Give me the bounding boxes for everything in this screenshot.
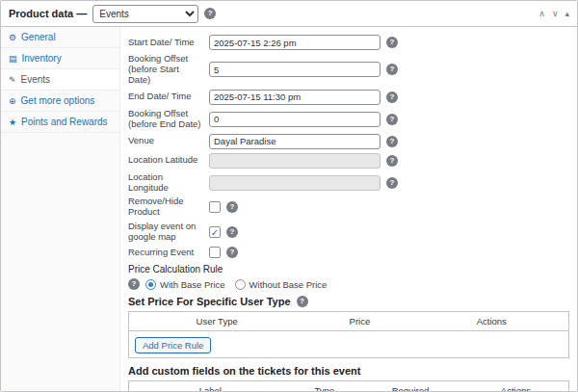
help-icon[interactable]: ? <box>226 201 238 213</box>
display-on-google-map-checkbox[interactable] <box>209 226 221 238</box>
field-label: Remove/Hide Product <box>128 196 209 218</box>
start-datetime-input[interactable] <box>209 35 381 50</box>
help-icon[interactable]: ? <box>226 226 238 238</box>
help-icon[interactable]: ? <box>386 91 398 103</box>
product-data-metabox: Product data — Events ? ∧ ∨ ▴ ⚙ General … <box>0 0 578 392</box>
star-icon: ★ <box>9 118 16 127</box>
sidebar-item-label: Inventory <box>22 53 62 64</box>
plus-icon: ⊕ <box>9 96 16 106</box>
checkbox-row: Display event on google map ? <box>128 222 569 243</box>
help-icon[interactable]: ? <box>386 155 398 167</box>
sidebar-item-label: General <box>21 32 56 42</box>
custom-fields-section-title: Add custom fields on the tickets for thi… <box>128 365 569 377</box>
table-header-row: User Type Price Actions <box>129 312 569 331</box>
field-label: End Date/ Time <box>128 91 209 102</box>
latitude-input <box>209 153 381 169</box>
field-label: Location Latitude <box>128 155 209 166</box>
move-up-icon[interactable]: ∧ <box>539 10 545 18</box>
metabox-title: Product data — <box>9 8 87 19</box>
end-datetime-input[interactable] <box>209 90 381 105</box>
sidebar-item-label: Get more options <box>21 95 95 106</box>
section-title-text: Set Price For Specific User Type <box>128 296 291 307</box>
column-header-user-type: User Type <box>129 312 305 331</box>
sidebar-item-get-more-options[interactable]: ⊕ Get more options <box>1 91 119 112</box>
inventory-icon: ▤ <box>9 54 17 64</box>
column-header-actions: Actions <box>463 381 569 391</box>
product-type-select[interactable]: Events <box>92 5 198 23</box>
with-base-price-radio[interactable] <box>145 279 156 290</box>
column-header-label: Label <box>129 381 292 391</box>
events-icon: ✎ <box>9 75 16 85</box>
without-base-price-radio[interactable] <box>235 279 246 290</box>
section-title-text: Add custom fields on the tickets for thi… <box>128 365 360 377</box>
radio-label: Without Base Price <box>250 279 328 290</box>
sidebar-item-inventory[interactable]: ▤ Inventory <box>1 48 119 69</box>
metabox-body: ⚙ General ▤ Inventory ✎ Events ⊕ Get mor… <box>1 27 577 391</box>
field-row: Booking Offset (before End Date) ? <box>128 109 569 130</box>
help-icon[interactable]: ? <box>386 114 398 125</box>
events-panel: Start Date/ Time ? Booking Offset (befor… <box>120 27 577 391</box>
help-icon[interactable]: ? <box>297 296 308 307</box>
help-icon[interactable]: ? <box>204 8 216 19</box>
sidebar-item-general[interactable]: ⚙ General <box>1 27 119 48</box>
longitude-input <box>209 175 381 191</box>
help-icon[interactable]: ? <box>386 64 398 75</box>
move-down-icon[interactable]: ∨ <box>552 10 559 18</box>
help-icon[interactable]: ? <box>226 247 238 258</box>
column-header-price: Price <box>304 312 414 331</box>
custom-fields-table: Label Type Required Actions Add More <box>128 380 569 391</box>
remove-hide-product-checkbox[interactable] <box>209 201 221 213</box>
table-row: Add Price Rule <box>129 331 569 358</box>
column-header-type: Type <box>292 381 358 391</box>
booking-offset-end-input[interactable] <box>209 112 381 127</box>
help-icon[interactable]: ? <box>386 136 398 147</box>
sidebar-item-points-and-rewards[interactable]: ★ Points and Rewards <box>1 112 119 133</box>
field-label: Venue <box>128 136 209 146</box>
user-price-table: User Type Price Actions Add Price Rule <box>128 311 569 358</box>
sidebar-item-events[interactable]: ✎ Events <box>1 69 119 91</box>
checkbox-row: Remove/Hide Product ? <box>128 196 569 218</box>
field-label: Booking Offset (before Start Date) <box>128 54 209 86</box>
radio-label: With Base Price <box>160 279 225 290</box>
product-data-tabs: ⚙ General ▤ Inventory ✎ Events ⊕ Get mor… <box>1 27 120 391</box>
field-label: Location Longitude <box>128 172 209 194</box>
column-header-actions: Actions <box>415 312 569 331</box>
gear-icon: ⚙ <box>9 33 16 42</box>
price-calculation-rule-label: Price Calculation Rule <box>128 264 569 274</box>
field-row: Start Date/ Time ? <box>128 35 569 50</box>
help-icon[interactable]: ? <box>128 278 140 290</box>
sidebar-item-label: Events <box>21 74 51 85</box>
column-header-required: Required <box>357 381 463 391</box>
venue-input[interactable] <box>209 134 381 149</box>
field-row: Booking Offset (before Start Date) ? <box>128 54 569 86</box>
recurring-event-checkbox[interactable] <box>209 247 221 258</box>
sidebar-item-label: Points and Rewards <box>21 117 108 127</box>
field-row: Location Longitude ? <box>128 172 569 194</box>
table-header-row: Label Type Required Actions <box>129 381 569 391</box>
field-row: Venue ? <box>128 134 569 149</box>
field-row: End Date/ Time ? <box>128 90 569 105</box>
checkbox-row: Recurring Event ? <box>128 247 569 258</box>
metabox-header: Product data — Events ? ∧ ∨ ▴ <box>1 1 577 27</box>
add-price-rule-button[interactable]: Add Price Rule <box>135 337 211 353</box>
help-icon[interactable]: ? <box>386 177 398 189</box>
user-price-section-title: Set Price For Specific User Type ? <box>128 296 569 307</box>
help-icon[interactable]: ? <box>386 37 398 48</box>
booking-offset-start-input[interactable] <box>209 62 381 77</box>
price-rule-options: ? With Base Price Without Base Price <box>128 278 569 290</box>
field-row: Location Latitude ? <box>128 153 569 169</box>
field-label: Booking Offset (before End Date) <box>128 109 209 130</box>
field-label: Display event on google map <box>128 222 209 243</box>
toggle-panel-icon[interactable]: ▴ <box>565 10 569 18</box>
field-label: Recurring Event <box>128 248 209 258</box>
field-label: Start Date/ Time <box>128 38 209 48</box>
